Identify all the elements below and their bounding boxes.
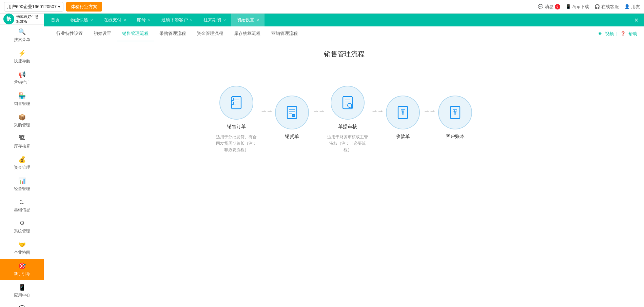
subtab-industry[interactable]: 行业特性设置 bbox=[51, 26, 88, 41]
finance-icon: 💰 bbox=[18, 156, 26, 163]
sidebar-item-search[interactable]: 🔍 搜索菜单 bbox=[0, 25, 44, 46]
system-icon: ⚙ bbox=[19, 220, 25, 227]
user-avatar-item[interactable]: 👤 用友 bbox=[624, 4, 640, 10]
quick-icon: ⚡ bbox=[18, 49, 26, 57]
separator: | bbox=[617, 31, 618, 36]
sidebar-item-finance[interactable]: 💰 资金管理 bbox=[0, 152, 44, 174]
close-initial-icon[interactable]: ✕ bbox=[256, 18, 259, 22]
sidebar-item-enterprise[interactable]: 🤝 企业协同 bbox=[0, 238, 44, 259]
account-book-circle: ¥ bbox=[438, 96, 472, 129]
trial-button[interactable]: 体验行业方案 bbox=[66, 2, 102, 12]
subtab-purchase-flow[interactable]: 采购管理流程 bbox=[154, 26, 191, 41]
sidebar-item-appstore[interactable]: 📱 应用中心 bbox=[0, 280, 44, 302]
close-account-icon[interactable]: ✕ bbox=[148, 18, 151, 22]
nav-tabs-close-btn[interactable]: ✕ bbox=[630, 17, 643, 23]
app-download-item[interactable]: 📱 App下载 bbox=[566, 4, 589, 10]
flow-node-account-book[interactable]: ¥ 客户账本 bbox=[438, 96, 472, 144]
search-icon: 🔍 bbox=[18, 28, 26, 36]
arrow-1: → → bbox=[260, 107, 272, 115]
close-invite-icon[interactable]: ✕ bbox=[190, 18, 193, 22]
user-avatar-icon: 👤 bbox=[624, 4, 630, 9]
message-icon: 💬 bbox=[538, 4, 543, 9]
close-logistics-icon[interactable]: ✕ bbox=[90, 18, 93, 22]
invoice-icon bbox=[284, 104, 300, 121]
user-selector[interactable]: 用户690企业1660120507 ▾ bbox=[4, 2, 63, 12]
sidebar-item-system[interactable]: ⚙ 系统管理 bbox=[0, 216, 44, 238]
guide-icon: 🎯 bbox=[18, 262, 26, 270]
subtab-finance-flow[interactable]: 资金管理流程 bbox=[191, 26, 229, 41]
logo-text: 畅库通好生意 标准版 bbox=[16, 14, 39, 24]
flow-node-receipt[interactable]: ¥ 收款单 bbox=[386, 96, 420, 144]
service-item[interactable]: 🎧 在线客服 bbox=[594, 4, 619, 10]
sales-order-label: 销售订单 bbox=[227, 124, 246, 130]
tab-invite[interactable]: 邀请下游客户 ✕ bbox=[156, 14, 198, 26]
account-book-label: 客户账本 bbox=[446, 134, 465, 140]
arrow-4: → → bbox=[423, 107, 435, 115]
receipt-icon: ¥ bbox=[395, 104, 411, 121]
top-bar-left: 用户690企业1660120507 ▾ 体验行业方案 bbox=[4, 2, 102, 12]
sales-order-circle bbox=[219, 86, 253, 120]
sales-icon: 🏪 bbox=[18, 92, 26, 100]
marketing-icon: 📢 bbox=[18, 71, 26, 78]
flow-node-invoice[interactable]: 销货单 bbox=[275, 96, 309, 144]
sidebar-item-sales[interactable]: 🏪 销售管理 bbox=[0, 89, 44, 110]
arrow-3: → → bbox=[371, 107, 383, 115]
enterprise-icon: 🤝 bbox=[18, 241, 26, 248]
sidebar-item-basic[interactable]: 🗂 基础信息 bbox=[0, 195, 44, 216]
sidebar-logo: 畅 畅库通好生意 标准版 bbox=[0, 14, 44, 25]
username-label: 用友 bbox=[631, 4, 640, 10]
review-desc: 适用于财务审核或主管审核（注：非必要流程） bbox=[327, 134, 368, 154]
tab-account[interactable]: 账号 ✕ bbox=[132, 14, 156, 26]
page-content: 销售管理流程 销售订单 适用于 bbox=[44, 41, 644, 307]
review-circle bbox=[331, 86, 365, 120]
subtab-initial[interactable]: 初始设置 bbox=[88, 26, 117, 41]
subtab-inventory-flow[interactable]: 库存核算流程 bbox=[229, 26, 266, 41]
purchase-icon: 📦 bbox=[18, 114, 26, 121]
page-title: 销售管理流程 bbox=[52, 49, 636, 59]
message-label: 消息 bbox=[545, 4, 553, 10]
sidebar-item-marketing[interactable]: 📢 营销推广 bbox=[0, 67, 44, 89]
receipt-circle: ¥ bbox=[386, 96, 420, 129]
message-item[interactable]: 💬 消息 6 bbox=[538, 4, 560, 10]
flow-node-review[interactable]: 单据审核 适用于财务审核或主管审核（注：非必要流程） bbox=[327, 86, 368, 154]
review-label: 单据审核 bbox=[338, 124, 357, 130]
video-link[interactable]: 视频 bbox=[605, 31, 614, 37]
sub-tabs: 行业特性设置 初始设置 销售管理流程 采购管理流程 资金管理流程 库存核算流程 … bbox=[44, 26, 644, 41]
svg-rect-4 bbox=[231, 98, 233, 101]
invoice-label: 销货单 bbox=[285, 134, 299, 140]
invoice-circle bbox=[275, 96, 309, 129]
tab-initial[interactable]: 初始设置 ✕ bbox=[231, 14, 265, 26]
svg-rect-6 bbox=[287, 106, 297, 119]
receipt-label: 收款单 bbox=[396, 134, 410, 140]
sidebar-item-purchase[interactable]: 📦 采购管理 bbox=[0, 110, 44, 131]
logo-icon: 畅 bbox=[3, 14, 14, 24]
sidebar: 畅 畅库通好生意 标准版 🔍 搜索菜单 ⚡ 快捷导航 📢 营销推广 🏪 销售管理… bbox=[0, 14, 44, 307]
sales-order-icon bbox=[228, 95, 245, 111]
close-history-icon[interactable]: ✕ bbox=[223, 18, 226, 22]
dropdown-icon: ▾ bbox=[58, 4, 60, 9]
close-payment-icon[interactable]: ✕ bbox=[123, 18, 126, 22]
subtab-sales-flow[interactable]: 销售管理流程 bbox=[117, 26, 154, 41]
operation-icon: 📊 bbox=[18, 177, 26, 185]
top-bar: 用户690企业1660120507 ▾ 体验行业方案 💬 消息 6 📱 App下… bbox=[0, 0, 644, 14]
help-link[interactable]: 帮助 bbox=[628, 31, 637, 37]
app-icon: 📱 bbox=[566, 4, 571, 9]
subtab-marketing-flow[interactable]: 营销管理流程 bbox=[266, 26, 303, 41]
app-label: App下载 bbox=[572, 4, 589, 10]
headset-icon: 🎧 bbox=[594, 4, 600, 9]
sidebar-item-inventory[interactable]: 🏗 库存核算 bbox=[0, 131, 44, 152]
tab-history[interactable]: 往来期初 ✕ bbox=[198, 14, 231, 26]
sidebar-item-operation[interactable]: 📊 经营管理 bbox=[0, 174, 44, 195]
account-book-icon: ¥ bbox=[447, 104, 463, 121]
service-label: 在线客服 bbox=[601, 4, 619, 10]
tab-payment[interactable]: 在线支付 ✕ bbox=[98, 14, 132, 26]
tab-home[interactable]: 首页 bbox=[45, 14, 65, 26]
sidebar-item-guide[interactable]: 🎯 新手引导 bbox=[0, 259, 44, 280]
sidebar-item-wechat[interactable]: 💬 企业微信 bbox=[0, 302, 44, 307]
flow-node-sales-order[interactable]: 销售订单 适用于分批发货、有合同发货周期较长（注：非必要流程） bbox=[216, 86, 257, 154]
sidebar-item-quick[interactable]: ⚡ 快捷导航 bbox=[0, 46, 44, 67]
tab-logistics[interactable]: 物流快递 ✕ bbox=[65, 14, 98, 26]
eye-icon: 👁 bbox=[598, 31, 602, 36]
sub-tabs-right: 👁 视频 | ❓ 帮助 bbox=[598, 31, 637, 37]
flow-diagram: 销售订单 适用于分批发货、有合同发货周期较长（注：非必要流程） → → bbox=[52, 79, 636, 160]
